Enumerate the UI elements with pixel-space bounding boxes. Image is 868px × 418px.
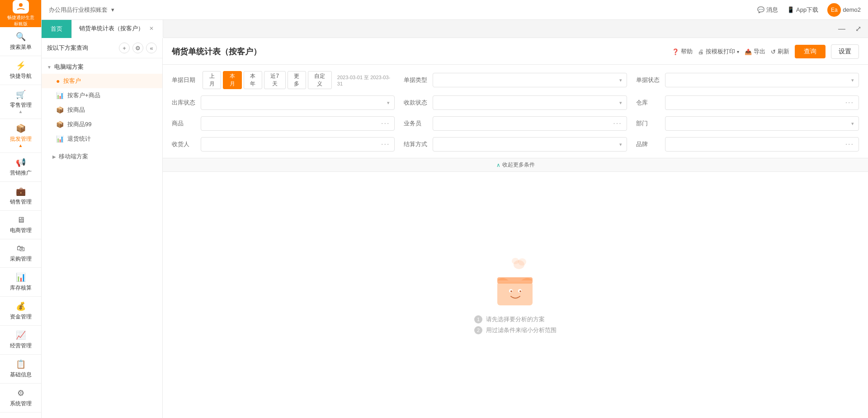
filter-warehouse-input[interactable]: ··· [665, 95, 859, 110]
tab-actions: — ⤢ [835, 23, 868, 35]
tree-mobile-header[interactable]: ▶ 移动端方案 [42, 150, 162, 163]
sidebar-item-ecommerce[interactable]: 🖥 电商管理 [0, 211, 42, 239]
tab-home[interactable]: 首页 [42, 20, 72, 38]
sidebar-item-label: 快捷导航 [10, 72, 32, 80]
message-button[interactable]: 💬 消息 [757, 6, 778, 14]
page-header: 销货单统计表（按客户） ❓ 帮助 🖨 按模板打印 ▾ 📤 导出 [163, 38, 868, 65]
collapse-panel-button[interactable]: « [146, 43, 157, 53]
collapse-chevron-icon: ∧ [496, 162, 500, 168]
query-button[interactable]: 查询 [795, 45, 826, 58]
sidebar-item-label: 资金管理 [10, 313, 32, 321]
tree-item-by-goods[interactable]: 📦 按商品 [42, 103, 162, 117]
sidebar-item-quick-nav[interactable]: ⚡ 快捷导航 [0, 56, 42, 85]
sidebar-item-finance[interactable]: 💰 资金管理 [0, 297, 42, 326]
customer-goods-icon: 📊 [56, 92, 64, 99]
tab-close-button[interactable]: ✕ [147, 24, 156, 33]
date-btn-this-month[interactable]: 本月 [223, 71, 241, 89]
settings-button[interactable]: 设置 [831, 44, 859, 59]
sidebar-item-retail[interactable]: 🛒 零售管理 ▲ [0, 85, 42, 119]
sidebar-item-enterprise[interactable]: 🤝 企业协同 [0, 413, 42, 418]
refresh-label: 刷新 [778, 48, 789, 56]
sidebar-item-purchase[interactable]: 🛍 采购管理 [0, 239, 42, 268]
filter-receiver-label: 收货人 [172, 140, 197, 148]
tab-sales-summary[interactable]: 销货单统计表（按客户） ✕ [72, 20, 163, 38]
finance-icon: 💰 [16, 301, 26, 311]
date-btn-custom[interactable]: 自定义 [308, 71, 332, 89]
system-icon: ⚙ [17, 388, 24, 398]
tree-desktop-header[interactable]: ▼ 电脑端方案 [42, 60, 162, 74]
filter-receiver: 收货人 ··· [172, 137, 395, 152]
export-button[interactable]: 📤 导出 [745, 48, 765, 56]
tree-item-return-stats[interactable]: 📊 退货统计 [42, 132, 162, 146]
help-label: 帮助 [681, 48, 693, 56]
export-label: 导出 [754, 48, 765, 56]
sidebar-item-basic[interactable]: 📋 基础信息 [0, 355, 42, 384]
filter-ship-status-input[interactable]: ▾ [201, 95, 395, 110]
filter-order-type-input[interactable]: ▾ [433, 73, 627, 87]
refresh-scheme-button[interactable]: ⚙ [132, 43, 143, 53]
date-btn-more[interactable]: 更多 [288, 71, 306, 89]
sidebar-item-system[interactable]: ⚙ 系统管理 [0, 384, 42, 413]
dropdown-icon[interactable]: ▾ [111, 6, 114, 13]
filter-goods: 商品 ··· [172, 116, 395, 131]
help-button[interactable]: ❓ 帮助 [672, 48, 693, 56]
sidebar-item-operations[interactable]: 📈 经营管理 [0, 326, 42, 355]
filter-salesperson-input[interactable]: ··· [433, 116, 627, 131]
filter-order-status-chevron: ▾ [851, 77, 854, 83]
tree-item-by-goods-label: 按商品 [67, 106, 85, 114]
filter-brand-dots: ··· [845, 140, 854, 148]
breadcrumb: 办公用品行业模拟账套 ▾ [49, 6, 114, 14]
filter-department-input[interactable]: ▾ [665, 116, 859, 131]
filter-settlement: 结算方式 ▾ [404, 137, 627, 152]
goods99-icon: 📦 [56, 121, 64, 128]
sidebar-item-inventory[interactable]: 📊 库存核算 [0, 268, 42, 297]
filter-receiver-input[interactable]: ··· [201, 137, 395, 152]
sales-icon: 💼 [16, 186, 26, 196]
empty-tip-1: 1 请先选择要分析的方案 [474, 315, 557, 323]
inventory-icon: 📊 [16, 272, 26, 282]
app-download-button[interactable]: 📱 App下载 [787, 6, 818, 14]
filter-payment-status-input[interactable]: ▾ [433, 95, 627, 110]
filter-brand-label: 品牌 [636, 140, 661, 148]
sidebar-item-search[interactable]: 🔍 搜索菜单 [0, 27, 42, 56]
collapse-bar[interactable]: ∧ 收起更多条件 [163, 158, 868, 172]
tree-item-return-stats-label: 退货统计 [67, 135, 91, 143]
return-stats-icon: 📊 [56, 135, 64, 142]
filter-settlement-input[interactable]: ▾ [433, 137, 627, 152]
refresh-icon: ↺ [771, 48, 776, 55]
logo-sub-text: 标账版 [14, 21, 28, 27]
collapse-text: 收起更多条件 [502, 161, 535, 169]
help-icon: ❓ [672, 48, 679, 55]
sidebar-item-wholesale[interactable]: 📦 批发管理 ▲ [0, 119, 42, 153]
user-menu[interactable]: Ea demo2 [827, 3, 861, 17]
tab-minimize-button[interactable]: — [835, 23, 848, 35]
refresh-button[interactable]: ↺ 刷新 [771, 48, 789, 56]
add-scheme-button[interactable]: + [119, 43, 130, 53]
tree-item-by-customer[interactable]: ● 按客户 [42, 74, 162, 88]
filter-goods-input[interactable]: ··· [201, 116, 395, 131]
date-quick-btns: 上月 本月 本年 近7天 更多 自定义 [203, 71, 332, 89]
goods-icon: 📦 [56, 106, 64, 114]
date-btn-last-month[interactable]: 上月 [203, 71, 221, 89]
date-btn-last7[interactable]: 近7天 [264, 71, 286, 89]
empty-illustration [488, 256, 542, 310]
tree-item-by-customer-goods[interactable]: 📊 按客户+商品 [42, 88, 162, 103]
svg-point-8 [510, 290, 512, 292]
template-print-button[interactable]: 🖨 按模板打印 ▾ [698, 48, 739, 56]
filter-order-status-input[interactable]: ▾ [665, 73, 859, 87]
tree-item-by-goods99[interactable]: 📦 按商品99 [42, 117, 162, 132]
search-icon: 🔍 [16, 32, 26, 42]
tab-maximize-button[interactable]: ⤢ [852, 23, 864, 35]
empty-state: 1 请先选择要分析的方案 2 用过滤条件来缩小分析范围 [163, 172, 868, 418]
filter-goods-dots: ··· [381, 119, 390, 128]
tree-desktop-group: ▼ 电脑端方案 ● 按客户 📊 按客户+商品 📦 按商品 📦 [42, 58, 162, 148]
sidebar-item-marketing[interactable]: 📢 营销推广 [0, 153, 42, 182]
filter-brand-input[interactable]: ··· [665, 137, 859, 152]
date-btn-this-year[interactable]: 本年 [244, 71, 262, 89]
message-label: 消息 [766, 6, 778, 14]
collapse-button[interactable]: ∧ 收起更多条件 [496, 161, 535, 169]
svg-point-3 [518, 258, 526, 266]
filter-ship-status-label: 出库状态 [172, 99, 197, 107]
page-content: 按以下方案查询 + ⚙ « ▼ 电脑端方案 [42, 38, 868, 418]
sidebar-item-sales[interactable]: 💼 销售管理 [0, 182, 42, 211]
